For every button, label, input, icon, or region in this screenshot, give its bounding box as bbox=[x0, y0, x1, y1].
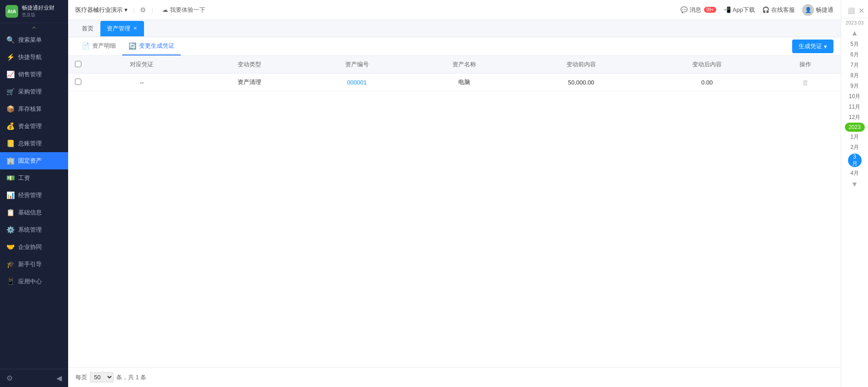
month-11[interactable]: 11月 bbox=[845, 102, 865, 112]
fixedassets-icon: 🏢 bbox=[6, 157, 15, 165]
download-icon: 📲 bbox=[724, 6, 731, 13]
settings-icon[interactable]: ⚙ bbox=[6, 374, 13, 382]
search-icon: 🔍 bbox=[6, 36, 15, 44]
sidebar-item-label: 新手引导 bbox=[18, 260, 42, 268]
year-2023-badge[interactable]: 2023 bbox=[845, 123, 865, 132]
sidebar-item-label: 总账管理 bbox=[18, 139, 42, 148]
month-2[interactable]: 2月 bbox=[845, 142, 865, 153]
select-all-checkbox[interactable] bbox=[75, 61, 81, 67]
month-3-active[interactable]: 3月 bbox=[848, 154, 862, 167]
quicknav-icon: ⚡ bbox=[6, 53, 15, 61]
topbar-actions: 💬 消息 99+ 📲 App下载 🎧 在线客服 👤 畅捷通 bbox=[680, 4, 833, 16]
col-asset-name: 资产名称 bbox=[411, 56, 518, 74]
tab-close-icon[interactable]: ✕ bbox=[133, 25, 137, 31]
sidebar-logo: AtA 畅捷通好业财 普及版 bbox=[0, 0, 68, 23]
messages-icon: 💬 bbox=[680, 6, 688, 13]
month-10[interactable]: 10月 bbox=[845, 91, 865, 102]
month-5[interactable]: 5月 bbox=[845, 39, 865, 50]
sidebar-item-sales[interactable]: 📈 销售管理 bbox=[0, 66, 68, 83]
col-before-change: 变动前内容 bbox=[518, 56, 644, 74]
inner-tab-change[interactable]: 🔄 变更生成凭证 bbox=[122, 37, 181, 55]
content-area: 📄 资产明细 🔄 变更生成凭证 生成凭证 ▾ 对应凭证 bbox=[68, 37, 841, 387]
sidebar-item-label: 库存核算 bbox=[18, 105, 42, 113]
headset-icon: 🎧 bbox=[762, 6, 769, 13]
sidebar-item-label: 应用中心 bbox=[18, 278, 42, 286]
try-experience-button[interactable]: ☁ 我要体验一下 bbox=[162, 6, 205, 14]
user-menu[interactable]: 👤 畅捷通 bbox=[802, 4, 833, 16]
month-6[interactable]: 6月 bbox=[845, 50, 865, 60]
sidebar-item-label: 采购管理 bbox=[18, 88, 42, 96]
sidebar-item-label: 系统管理 bbox=[18, 226, 42, 234]
sidebar-item-fixedassets[interactable]: 🏢 固定资产 bbox=[0, 152, 68, 169]
sysmanage-icon: ⚙️ bbox=[6, 226, 15, 234]
month-1[interactable]: 1月 bbox=[845, 132, 865, 142]
online-service-button[interactable]: 🎧 在线客服 bbox=[762, 6, 795, 14]
sidebar-item-label: 经营管理 bbox=[18, 191, 42, 199]
asset-table: 对应凭证 变动类型 资产编号 资产名称 变动前内容 变动后内容 操作 bbox=[68, 56, 841, 91]
col-checkbox bbox=[68, 56, 88, 74]
sidebar-item-inventory[interactable]: 📦 库存核算 bbox=[0, 100, 68, 118]
sidebar-item-bizmanage[interactable]: 📊 经营管理 bbox=[0, 187, 68, 204]
row-asset-code[interactable]: 000001 bbox=[303, 74, 411, 91]
table-row: -- 资产清理 000001 电脑 50,000.00 0.00 🗑 bbox=[68, 74, 841, 91]
inner-tab-detail[interactable]: 📄 资产明细 bbox=[75, 37, 122, 55]
app-download-button[interactable]: 📲 App下载 bbox=[724, 6, 755, 14]
sidebar-item-label: 资金管理 bbox=[18, 122, 42, 130]
row-before-change: 50,000.00 bbox=[518, 74, 644, 91]
month-8[interactable]: 8月 bbox=[845, 70, 865, 81]
month-4[interactable]: 4月 bbox=[845, 168, 865, 179]
company-dropdown-icon: ▾ bbox=[124, 6, 128, 13]
row-checkbox-cell bbox=[68, 74, 88, 91]
month-7[interactable]: 7月 bbox=[845, 60, 865, 70]
logo-text: 畅捷通好业财 bbox=[22, 5, 55, 12]
collapse-icon[interactable]: ◀ bbox=[56, 374, 62, 382]
inner-tabbar: 📄 资产明细 🔄 变更生成凭证 生成凭证 ▾ bbox=[68, 37, 841, 56]
col-change-type: 变动类型 bbox=[196, 56, 303, 74]
sidebar-item-newguide[interactable]: 🎓 新手引导 bbox=[0, 256, 68, 273]
funds-icon: 💰 bbox=[6, 122, 15, 130]
sidebar-item-label: 固定资产 bbox=[18, 157, 42, 165]
sidebar-item-funds[interactable]: 💰 资金管理 bbox=[0, 118, 68, 135]
sidebar-item-quicknav[interactable]: ⚡ 快捷导航 bbox=[0, 49, 68, 66]
delete-icon[interactable]: 🗑 bbox=[802, 79, 809, 86]
newguide-icon: 🎓 bbox=[6, 260, 15, 268]
company-selector[interactable]: 医疗器械行业演示 ▾ bbox=[75, 6, 128, 14]
sidebar-item-ledger[interactable]: 📒 总账管理 bbox=[0, 135, 68, 152]
scroll-up-button[interactable]: ▲ bbox=[849, 27, 860, 39]
per-page-select[interactable]: 50 10 20 100 bbox=[90, 372, 114, 382]
row-checkbox[interactable] bbox=[75, 79, 81, 85]
sidebar-item-bizcoord[interactable]: 🤝 企业协同 bbox=[0, 238, 68, 256]
main-area: 医疗器械行业演示 ▾ | ⚙ | ☁ 我要体验一下 💬 消息 99+ 📲 App… bbox=[68, 0, 841, 387]
table-wrap: 对应凭证 变动类型 资产编号 资产名称 变动前内容 变动后内容 操作 bbox=[68, 56, 841, 367]
sidebar-item-appcenter[interactable]: 📱 应用中心 bbox=[0, 273, 68, 290]
sidebar-item-basicinfo[interactable]: 📋 基础信息 bbox=[0, 204, 68, 221]
topbar: 医疗器械行业演示 ▾ | ⚙ | ☁ 我要体验一下 💬 消息 99+ 📲 App… bbox=[68, 0, 841, 20]
expand-icon[interactable]: ⬜ bbox=[848, 7, 855, 14]
inventory-icon: 📦 bbox=[6, 105, 15, 113]
company-settings-icon[interactable]: ⚙ bbox=[140, 6, 146, 14]
month-12[interactable]: 12月 bbox=[845, 112, 865, 123]
sidebar-item-search[interactable]: 🔍 搜索菜单 bbox=[0, 31, 68, 49]
sidebar-item-salary[interactable]: 💵 工资 bbox=[0, 169, 68, 187]
sidebar-item-purchase[interactable]: 🛒 采购管理 bbox=[0, 83, 68, 100]
tabbar: 首页 资产管理 ✕ bbox=[68, 20, 841, 37]
sidebar-item-label: 基础信息 bbox=[18, 208, 42, 217]
tab-home[interactable]: 首页 bbox=[75, 21, 100, 36]
close-icon[interactable]: ✕ bbox=[858, 6, 864, 15]
logo-icon: AtA bbox=[5, 5, 18, 18]
scroll-down-button[interactable]: ▼ bbox=[849, 179, 860, 190]
generate-voucher-button[interactable]: 生成凭证 ▾ bbox=[792, 40, 833, 53]
tab-assets[interactable]: 资产管理 ✕ bbox=[100, 21, 144, 36]
per-page-label: 每页 bbox=[75, 373, 87, 382]
sidebar-item-label: 快捷导航 bbox=[18, 53, 42, 61]
messages-button[interactable]: 💬 消息 99+ bbox=[680, 6, 716, 14]
row-after-change: 0.00 bbox=[644, 74, 770, 91]
ledger-icon: 📒 bbox=[6, 139, 15, 148]
month-9[interactable]: 9月 bbox=[845, 81, 865, 91]
scroll-up-indicator bbox=[32, 26, 36, 30]
sidebar-item-sysmanage[interactable]: ⚙️ 系统管理 bbox=[0, 221, 68, 238]
salary-icon: 💵 bbox=[6, 174, 15, 182]
avatar: 👤 bbox=[802, 4, 814, 16]
row-asset-name: 电脑 bbox=[411, 74, 518, 91]
bizcoord-icon: 🤝 bbox=[6, 243, 15, 251]
